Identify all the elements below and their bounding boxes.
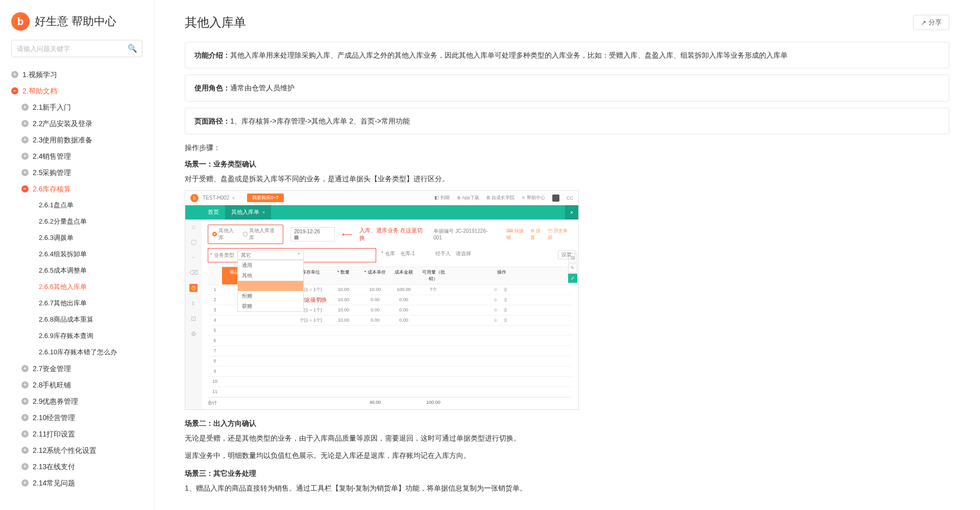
plus-icon: + [21,430,29,438]
annotation-text: 入库、退库业务 在这里切换 [359,227,426,242]
nav-2-14[interactable]: +2.14常见问题 [21,475,142,491]
nav-tree: +1.视频学习 −2.帮助文档 +2.1新手入门 +2.2产品安装及登录 +2.… [11,66,142,491]
biz-type-row: * 业务类型 其它˄ 通用 其他 拒赠 获赠 [208,248,376,262]
nav-2-9[interactable]: +2.9优惠券管理 [21,393,142,409]
nav-2-6-8[interactable]: 2.6.8商品成本重算 [11,311,142,328]
buy-button: 我要购买0~7 [247,193,283,202]
plus-icon: + [21,381,29,388]
cart-icon: ⊡ [189,314,198,323]
hotkey-link: ⌨ 快捷键 [506,228,527,241]
minus-icon: − [11,87,18,94]
plus-icon: + [21,479,29,487]
nav-2-1[interactable]: +2.1新手入门 [21,99,142,115]
role-box: 使用角色：通常由仓管人员维护 [185,75,949,101]
nav-2-2[interactable]: +2.2产品安装及登录 [21,115,142,132]
history-link: ▤ 历史单据 [548,228,571,241]
nav-2-6[interactable]: −2.6库存核算 [21,181,142,197]
nav-2-6-9[interactable]: 2.6.9库存账本查询 [11,328,142,344]
doc-type-radio-group: 其他入库 其他入库退库 [208,225,283,244]
plus-icon: + [21,169,29,176]
main-content: 其他入库单 ↗分享 功能介绍：其他入库单用来处理除采购入库、产成品入库之外的其他… [154,0,980,510]
brand: b 好生意 帮助中心 [11,12,142,31]
share-button[interactable]: ↗分享 [913,15,949,30]
plus-icon: + [21,153,29,160]
nav-2-8[interactable]: +2.8手机旺铺 [21,377,142,393]
plus-icon: + [21,414,29,421]
close-icon: × [262,210,265,215]
scenario-2-desc1: 无论是受赠，还是其他类型的业务，由于入库商品质量等原因，需要退回，这时可通过单据… [185,432,949,445]
tenant-label: TEST-H002 [203,195,229,201]
radio-on-icon [212,232,217,236]
sidebar: b 好生意 帮助中心 🔍 +1.视频学习 −2.帮助文档 +2.1新手入门 +2… [0,0,154,510]
nav-2-6-1[interactable]: 2.6.1盘点单 [11,197,142,213]
app-logo-icon: b [190,194,199,202]
nav-2-6-3[interactable]: 2.6.3调拨单 [11,230,142,246]
top-link: ⊙ 帮助中心 [522,195,545,201]
nav-2-11[interactable]: +2.11打印设置 [21,426,142,442]
plus-icon: + [11,71,18,78]
brand-logo-icon: b [11,12,30,31]
tool-icon: ⤢ [568,274,577,283]
setting-link: ⚙ 设置 [530,228,545,241]
nav-2-6-2[interactable]: 2.6.2分量盘点单 [11,213,142,230]
nav-video[interactable]: +1.视频学习 [11,66,142,83]
setting-chip: 设置 [558,250,575,259]
nav-2-7[interactable]: +2.7资金管理 [21,360,142,377]
nav-2-13[interactable]: +2.13在线支付 [21,458,142,475]
nav-2-6-10[interactable]: 2.6.10库存账本错了怎么办 [11,344,142,360]
scenario-1-desc: 对于受赠、盘盈或是拆装入库等不同的业务，是通过单据头【业务类型】进行区分。 [185,173,949,185]
mini-sidebar: ⌂ ▢ ▫ ⌫ ◷ ⫾ ⊡ ⚙ [185,220,202,409]
scenario-2-desc2: 退库业务中，明细数量均以负值红色展示。无论是入库还是退库，库存账均记在入库方向。 [185,450,949,462]
scenario-2-title: 场景二：出入方向确认 [185,419,949,428]
nav-2-5[interactable]: +2.5采购管理 [21,164,142,181]
avatar-icon [552,195,559,202]
trash-icon: ⌫ [189,269,198,277]
scenario-1-title: 场景一：业务类型确认 [185,160,949,169]
annotation-arrow-icon: ⟵ [342,230,352,238]
plus-icon: + [21,136,29,143]
nav-2-3[interactable]: +2.3使用前数据准备 [21,132,142,148]
path-box: 页面路径：1、库存核算->库存管理->其他入库单 2、首页->常用功能 [185,108,949,134]
scenario-3-desc: 1、赠品入库的商品直接转为销售。通过工具栏【复制-复制为销货单】功能，将单据信息… [185,482,949,495]
gear-icon: ⚙ [189,330,198,338]
tab-current: 其他入库单× [225,205,271,220]
tab-home: 首页 [202,205,225,220]
tool-icon: ✎ [568,263,577,273]
plus-icon: + [21,365,29,372]
nav-2-10[interactable]: +2.10经营管理 [21,409,142,426]
search-icon[interactable]: 🔍 [128,44,137,53]
nav-2-6-7[interactable]: 2.6.7其他出库单 [11,295,142,311]
nav-helpdoc[interactable]: −2.帮助文档 [11,83,142,99]
nav-2-4[interactable]: +2.4销售管理 [21,148,142,164]
plus-icon: + [21,120,29,127]
intro-box: 功能介绍：其他入库单用来处理除采购入库、产成品入库之外的其他入库业务，因此其他入… [185,42,949,68]
minus-icon: − [21,185,29,192]
user-name: CC [567,196,573,201]
scenario-3-title: 场景三：其它业务处理 [185,469,949,478]
brand-title: 好生意 帮助中心 [35,14,116,29]
search-input[interactable] [11,40,142,57]
nav-2-6-6[interactable]: 2.6.6其他入库单 [11,279,142,295]
top-link: ⊞ 自成长学院 [486,195,515,201]
biz-type-select: 其它˄ [237,251,304,260]
box-icon: ▫ [189,253,198,261]
share-icon: ↗ [921,19,926,27]
screenshot-1: b TEST-H002 ▾ 我要购买0~7 ◧ 到期 ⊕ App下载 ⊞ 自成长… [185,190,579,410]
close-all-icon: × [565,205,578,220]
plus-icon: + [21,463,29,470]
doc-icon: ▢ [189,238,198,246]
plus-icon: + [21,398,29,405]
nav-2-6-5[interactable]: 2.6.5成本调整单 [11,262,142,279]
doc-number: 单据编号 JC-20191226-001 [433,228,494,240]
active-module-icon: ◷ [189,284,198,292]
radio-off-icon [243,232,248,236]
steps-label: 操作步骤： [185,143,949,153]
home-icon: ⌂ [189,223,198,231]
nav-2-6-4[interactable]: 2.6.4组装拆卸单 [11,246,142,262]
top-link: ◧ 到期 [434,195,450,201]
chart-icon: ⫾ [189,299,198,307]
plus-icon: + [21,447,29,454]
nav-2-12[interactable]: +2.12系统个性化设置 [21,442,142,458]
page-title: 其他入库单 [185,14,246,31]
plus-icon: + [21,104,29,111]
